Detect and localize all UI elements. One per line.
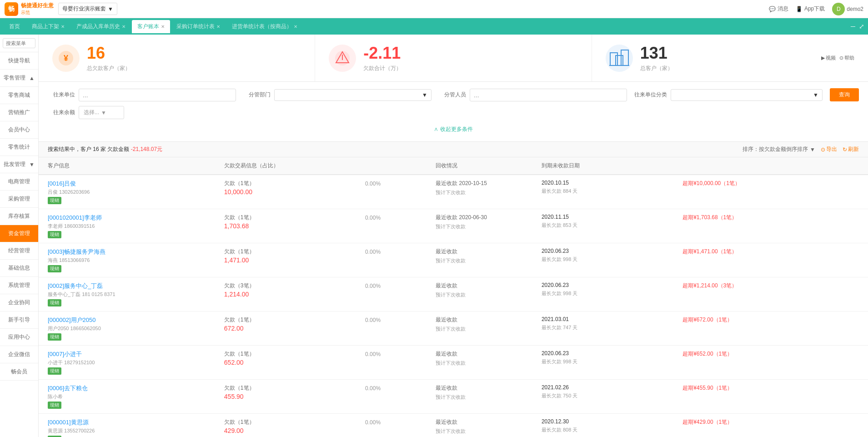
tab-product-history[interactable]: 产成品入库单历史 ✕ [71,20,131,33]
return-cell: 最近收款 2020-10-15 预计下次收款 [436,180,542,196]
unit-class-label: 往来单位分类 [634,91,667,99]
sidebar-item-basic-info[interactable]: 基础信息 [0,260,38,277]
sidebar-item-newbie[interactable]: 新手引导 [0,311,38,329]
tab-instock-stats-close[interactable]: ✕ [294,24,297,29]
customer-name[interactable]: [000002]用户2050 [48,316,224,324]
debt-ratio-cell: 0.00% [365,418,436,426]
sidebar-item-inventory[interactable]: 库存核算 [0,208,38,225]
sidebar-item-operation[interactable]: 经营管理 [0,242,38,260]
person-input[interactable]: ... [470,89,627,101]
sidebar-item-retail-stats[interactable]: 零售统计 [0,139,38,156]
collapse-label: 收起更多条件 [440,126,473,132]
overdue-amount[interactable]: 超期¥429.00（1笔） [682,418,859,426]
search-input[interactable] [3,38,35,48]
tab-products-offshelf[interactable]: 商品上下架 ✕ [26,20,70,33]
overdue-amount[interactable]: 超期¥1,214.00（3笔） [682,282,859,290]
sidebar-item-system-mgmt[interactable]: 系统管理 [0,277,38,294]
due-date-cell: 2020.06.23 最长欠款 998 天 [542,350,682,365]
from-unit-input[interactable]: ... [79,89,236,101]
tab-home[interactable]: 首页 [4,20,25,33]
overdue-amount[interactable]: 超期¥1,471.00（1笔） [682,248,859,256]
sidebar-item-member-vip[interactable]: 畅会员 [0,363,38,381]
collapse-row[interactable]: ∧ 收起更多条件 [48,124,859,135]
help-button[interactable]: ⊙ 帮助 [839,55,854,61]
tab-customer-account[interactable]: 客户账本 ✕ [132,20,170,33]
debt-count: 欠款（1笔） [224,384,365,392]
overdue-cell: 超期¥429.00（1笔） [682,418,859,426]
sidebar-item-enterprise-wechat[interactable]: 企业微信 [0,346,38,363]
sidebar-item-basic-info-label: 基础信息 [8,265,30,271]
sidebar-item-finance[interactable]: 资金管理 [0,225,38,242]
customer-name[interactable]: [000001]黄思源 [48,418,224,427]
debt-amount: 1,703.68 [224,222,365,230]
tab-customer-account-close[interactable]: ✕ [161,24,165,29]
user-area[interactable]: D demo2 [832,3,863,15]
query-button[interactable]: 查询 [830,88,859,101]
app-download-button[interactable]: 📱 App下载 [796,5,825,13]
balance-select[interactable]: 选择... ▼ [79,106,124,119]
due-date: 2020.12.30 [542,418,682,425]
chevron-down-icon: ▼ [108,6,113,12]
maximize-icon[interactable]: ⤢ [859,23,864,30]
customer-name[interactable]: [0016]吕俊 [48,180,224,188]
overdue-amount[interactable]: 超期¥455.90（1笔） [682,384,859,392]
overdue-amount[interactable]: 超期¥672.00（1笔） [682,316,859,324]
overdue-amount[interactable]: 超期¥10,000.00（1笔） [682,180,859,187]
sidebar-item-retail-store[interactable]: 零售商城 [0,87,38,104]
due-date: 2020.10.15 [542,180,682,186]
sidebar-item-batch-mgmt[interactable]: 批发管理 ▼ [0,156,38,173]
customer-name[interactable]: [0006]去下粮仓 [48,384,224,392]
customer-name[interactable]: [0002]服务中心_丁磊 [48,282,224,290]
due-date: 2020.06.23 [542,248,682,254]
table-row: [0003]畅捷服务尹海燕 海燕 18513066976 现销 欠款（1笔） 1… [39,243,868,277]
sidebar-item-enterprise-collab[interactable]: 企业协同 [0,294,38,311]
sort-selector[interactable]: 排序：按欠款金额倒序排序 ▼ [743,146,815,153]
sidebar-item-retail-store-label: 零售商城 [8,92,30,98]
debt-cell: 欠款（1笔） 652.00 [224,350,365,366]
customer-name[interactable]: [0001020001]李老师 [48,214,224,222]
return-text: 最近收款 [436,418,542,426]
sidebar-item-member-center[interactable]: 会员中心 [0,121,38,139]
customer-cell: [000001]黄思源 黄思源 13552700226 现销 [48,418,224,437]
dept-select[interactable]: ▼ [274,89,431,101]
tab-instock-stats[interactable]: 进货单统计表（按商品） ✕ [226,20,303,33]
company-selector[interactable]: 母婴行业演示账套 ▼ [58,3,117,15]
svg-rect-5 [610,53,617,65]
chevron-down-icon: ▼ [810,146,815,153]
sidebar-item-app-center[interactable]: 应用中心 [0,329,38,346]
tab-purchase-order-close[interactable]: ✕ [216,24,220,29]
due-days: 最长欠款 884 天 [542,188,682,195]
avatar: D [832,3,845,15]
video-button[interactable]: ▶ 视频 [821,55,836,61]
refresh-button[interactable]: ↻ 刷新 [843,146,859,153]
customer-name[interactable]: [0003]畅捷服务尹海燕 [48,248,224,256]
table-row: [000002]用户2050 用户2050 18665062050 现销 欠款（… [39,311,868,346]
due-date-cell: 2020.06.23 最长欠款 998 天 [542,282,682,297]
tab-product-history-close[interactable]: ✕ [122,24,125,29]
stat-label-debt-customers: 总欠款客户（家） [87,65,130,72]
minimize-icon[interactable]: ─ [851,23,855,30]
return-next: 预计下次收款 [436,326,542,332]
svg-rect-6 [621,50,628,65]
sidebar-item-marketing[interactable]: 营销推广 [0,104,38,121]
overdue-amount[interactable]: 超期¥1,703.68（1笔） [682,214,859,221]
filter-unit-class: 往来单位分类 ▼ [634,89,823,101]
export-label: 导出 [826,146,837,153]
balance-placeholder: 选择... [84,109,99,116]
debt-count: 欠款（1笔） [224,350,365,358]
due-days: 最长欠款 998 天 [542,290,682,297]
overdue-amount[interactable]: 超期¥652.00（1笔） [682,350,859,358]
sidebar-item-retail-mgmt[interactable]: 零售管理 ▲ [0,70,38,87]
sidebar-item-inventory-label: 库存核算 [8,213,30,219]
sidebar-item-ecommerce[interactable]: 电商管理 [0,173,38,191]
tab-purchase-order[interactable]: 采购订单统计表 ✕ [171,20,226,33]
customer-name[interactable]: [0007]小进干 [48,350,224,358]
sidebar-item-quick-nav[interactable]: 快捷导航 [0,52,38,70]
tab-products-offshelf-close[interactable]: ✕ [61,24,65,29]
unit-class-select[interactable]: ▼ [671,89,823,101]
sidebar-item-purchase-mgmt[interactable]: 采购管理 [0,191,38,208]
message-button[interactable]: 💬 消息 [769,5,788,13]
debt-ratio-cell: 0.00% [365,316,436,323]
customer-phone: 海燕 18513066976 [48,257,224,264]
export-button[interactable]: ⊙ 导出 [821,146,837,153]
